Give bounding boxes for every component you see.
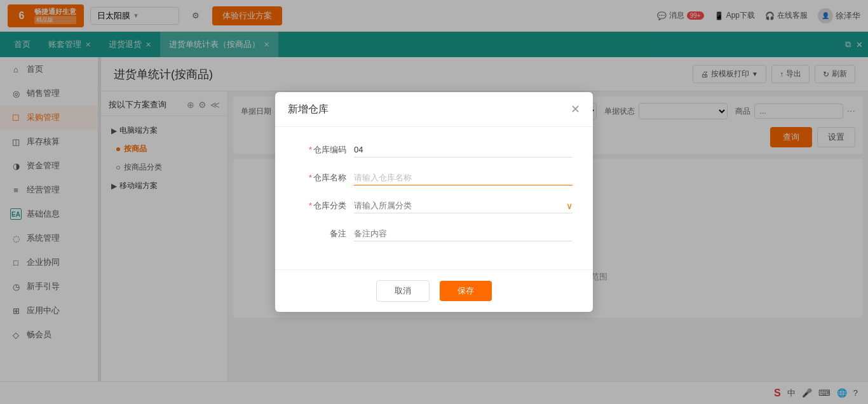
warehouse-name-label: 仓库名称 <box>295 172 346 184</box>
warehouse-category-label: 仓库分类 <box>295 200 346 212</box>
warehouse-note-label: 备注 <box>295 228 346 239</box>
warehouse-category-wrapper: ∨ <box>354 198 573 213</box>
modal-overlay[interactable]: 新增仓库 ✕ 仓库编码 仓库名称 仓库分类 ∨ <box>0 0 868 404</box>
modal-footer: 取消 保存 <box>275 269 593 312</box>
warehouse-note-row: 备注 <box>295 226 573 241</box>
warehouse-category-row: 仓库分类 ∨ <box>295 198 573 213</box>
modal-title: 新增仓库 <box>288 103 329 116</box>
category-dropdown-icon[interactable]: ∨ <box>566 201 573 211</box>
warehouse-code-label: 仓库编码 <box>295 144 346 156</box>
warehouse-name-row: 仓库名称 <box>295 170 573 185</box>
cancel-button[interactable]: 取消 <box>376 280 430 302</box>
modal-body: 仓库编码 仓库名称 仓库分类 ∨ 备注 <box>275 127 593 269</box>
modal-header: 新增仓库 ✕ <box>275 92 593 127</box>
warehouse-name-input[interactable] <box>354 170 573 185</box>
new-warehouse-modal: 新增仓库 ✕ 仓库编码 仓库名称 仓库分类 ∨ <box>275 92 593 312</box>
modal-close-button[interactable]: ✕ <box>571 102 580 116</box>
warehouse-note-input[interactable] <box>354 226 573 241</box>
warehouse-code-input[interactable] <box>354 142 573 158</box>
warehouse-category-input[interactable] <box>354 198 566 213</box>
save-button[interactable]: 保存 <box>440 281 492 301</box>
warehouse-code-row: 仓库编码 <box>295 142 573 158</box>
